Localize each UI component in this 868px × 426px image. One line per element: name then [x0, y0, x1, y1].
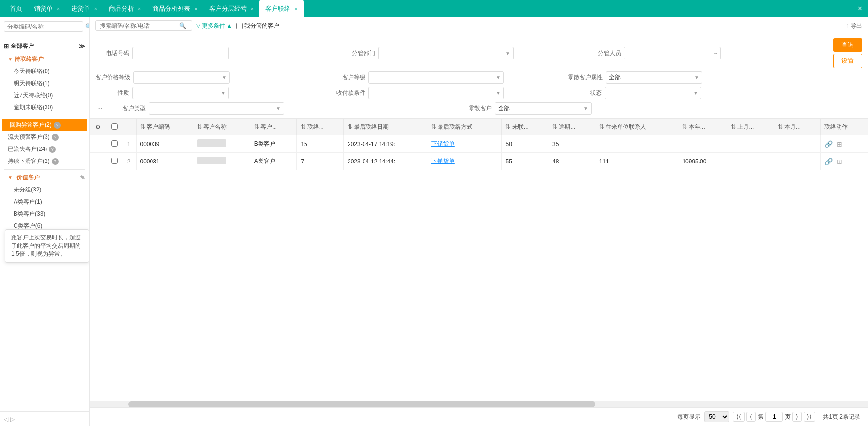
phone-input[interactable]: [132, 47, 229, 59]
more-dots[interactable]: ···: [97, 105, 102, 112]
gear-icon[interactable]: ⚙: [95, 124, 101, 131]
th-last-month[interactable]: ⇅ 上月...: [727, 119, 774, 135]
help-icon-repurchase[interactable]: ?: [54, 122, 61, 129]
td-overdue-1: 35: [548, 135, 595, 153]
help-icon-churn-warning[interactable]: ?: [52, 134, 59, 141]
page-first-btn[interactable]: ⟨⟨: [733, 412, 745, 422]
payment-select[interactable]: ▼: [368, 87, 504, 99]
help-icon-declining[interactable]: ?: [52, 158, 59, 165]
status-select[interactable]: ▼: [605, 87, 701, 99]
category-search-input[interactable]: [4, 21, 83, 32]
retail-attr-select[interactable]: 全部 ▼: [606, 71, 702, 84]
sidebar-item-declining[interactable]: 持续下滑客户(2) ?: [0, 155, 89, 167]
nav-item-purchase[interactable]: 进货单 ×: [65, 0, 103, 17]
pending-contact-group[interactable]: ▼ 待联络客户: [0, 53, 89, 65]
page-last-btn[interactable]: ⟩⟩: [804, 412, 815, 422]
th-checkbox[interactable]: [107, 119, 122, 135]
sidebar-item-churn-warning[interactable]: 流失预警客户(3) ?: [0, 131, 89, 143]
nav-item-home[interactable]: 首页: [4, 0, 28, 17]
sidebar-item-tomorrow[interactable]: 明天待联络(1): [0, 77, 89, 89]
sidebar-item-churned[interactable]: 已流失客户(24) ?: [0, 143, 89, 155]
nav-close-customer-contact[interactable]: ×: [294, 0, 297, 17]
query-button[interactable]: 查询: [833, 38, 862, 52]
th-last-contact-date[interactable]: ⇅ 最后联络日期: [344, 119, 427, 135]
collapse-icon[interactable]: ≫: [79, 43, 85, 50]
sidebar-item-overdue[interactable]: 逾期未联络(30): [0, 102, 89, 114]
select-all-checkbox[interactable]: [111, 123, 118, 130]
sidebar-item-7days[interactable]: 近7天待联络(0): [0, 89, 89, 102]
nav-close-purchase[interactable]: ×: [94, 0, 97, 17]
customer-type-select[interactable]: ▼: [149, 102, 284, 115]
more-filters-btn[interactable]: ▽ 更多条件 ▲: [196, 22, 232, 30]
export-btn[interactable]: ↑ 导出: [846, 22, 862, 30]
nav-item-product-list[interactable]: 商品分析列表 ×: [147, 0, 203, 17]
td-check-1[interactable]: [107, 135, 122, 153]
set-button[interactable]: 设置: [833, 54, 862, 68]
nav-item-product-analysis[interactable]: 商品分析 ×: [103, 0, 147, 17]
level-chevron-icon: ▼: [496, 75, 501, 80]
sidebar-item-today[interactable]: 今天待联络(0): [0, 65, 89, 77]
nav-close-product-list[interactable]: ×: [194, 0, 197, 17]
help-icon-churned[interactable]: ?: [49, 146, 56, 153]
action-schedule-icon-2[interactable]: ⊞: [837, 158, 842, 165]
sidebar-item-ungroup[interactable]: 未分组(32): [0, 184, 89, 196]
search-input[interactable]: [100, 22, 177, 29]
nature-select[interactable]: ▼: [132, 87, 229, 99]
sidebar-prev-icon[interactable]: ◁: [4, 416, 8, 423]
action-link-icon-2[interactable]: 🔗: [824, 158, 833, 165]
value-customer-group[interactable]: ▼ 价值客户 ✎: [0, 172, 89, 184]
sidebar-next-icon[interactable]: ▷: [10, 416, 15, 423]
th-name[interactable]: ⇅ 客户名称: [193, 119, 250, 135]
search-icon[interactable]: 🔍: [179, 22, 186, 29]
th-code[interactable]: ⇅ 客户编码: [136, 119, 193, 135]
th-gear[interactable]: ⚙: [90, 119, 107, 135]
th-overdue[interactable]: ⇅ 逾期...: [548, 119, 595, 135]
action-schedule-icon-1[interactable]: ⊞: [837, 140, 842, 148]
edit-group-icon[interactable]: ✎: [80, 174, 85, 181]
td-last-date-2: 2023-04-12 14:44:: [344, 153, 427, 170]
price-level-select[interactable]: ▼: [133, 71, 230, 84]
category-search-icon[interactable]: 🔍: [85, 23, 90, 30]
page-prev-btn[interactable]: ⟨: [746, 412, 756, 422]
page-input[interactable]: [765, 412, 783, 422]
th-unit-contact[interactable]: ⇅ 往来单位联系人: [595, 119, 678, 135]
th-uncontacted[interactable]: ⇅ 未联...: [502, 119, 548, 135]
nav-item-customer-layer[interactable]: 客户分层经营 ×: [203, 0, 259, 17]
th-contact[interactable]: ⇅ 联络...: [297, 119, 344, 135]
sidebar-item-repurchase-abnormal[interactable]: 回购异常客户(2) ?: [2, 119, 87, 131]
my-customers-check[interactable]: [236, 23, 243, 29]
horizontal-scrollbar[interactable]: [90, 401, 868, 407]
sidebar-item-a-class[interactable]: A类客户(1): [0, 196, 89, 208]
td-last-method-2[interactable]: 下销货单: [427, 153, 502, 170]
th-type[interactable]: ⇅ 客户...: [250, 119, 297, 135]
action-link-icon-1[interactable]: 🔗: [824, 140, 833, 148]
th-action: 联络动作: [821, 119, 868, 135]
nav-close-product-analysis[interactable]: ×: [138, 0, 141, 17]
nav-item-sales[interactable]: 销货单 ×: [28, 0, 65, 17]
retail-customer-select[interactable]: 全部 ▼: [495, 102, 592, 115]
window-close-icon[interactable]: ×: [858, 4, 862, 13]
nav-item-customer-contact[interactable]: 客户联络 ×: [259, 0, 303, 17]
row-checkbox-1[interactable]: [111, 140, 118, 147]
row-checkbox-2[interactable]: [111, 158, 118, 164]
per-page-select[interactable]: 50 20 100: [704, 411, 729, 422]
nav-close-sales[interactable]: ×: [57, 0, 60, 17]
td-last-method-1[interactable]: 下销货单: [427, 135, 502, 153]
sort-icon-uncontacted: ⇅: [505, 123, 510, 130]
th-last-contact-method[interactable]: ⇅ 最后联络方式: [427, 119, 502, 135]
dept-chevron-icon: ▼: [505, 51, 510, 56]
th-this-month[interactable]: ⇅ 本月...: [774, 119, 821, 135]
sort-icon-this-month: ⇅: [778, 123, 783, 130]
sidebar-item-b-class[interactable]: B类客户(33): [0, 208, 89, 220]
customer-level-select[interactable]: ▼: [368, 71, 504, 84]
person-select[interactable]: ···: [624, 47, 721, 59]
page-next-btn[interactable]: ⟩: [792, 412, 802, 422]
dept-select[interactable]: ▼: [378, 47, 514, 59]
th-this-year[interactable]: ⇅ 本年...: [678, 119, 727, 135]
all-customers-header[interactable]: ⊞ 全部客户 ≫: [0, 40, 89, 52]
scroll-thumb[interactable]: [128, 401, 595, 407]
td-check-2[interactable]: [107, 153, 122, 170]
my-customers-checkbox[interactable]: 我分管的客户: [236, 22, 279, 30]
customer-table: ⚙ ⇅ 客户编码 ⇅ 客户名称 ⇅ 客户...: [90, 119, 868, 170]
nav-close-customer-layer[interactable]: ×: [251, 0, 254, 17]
